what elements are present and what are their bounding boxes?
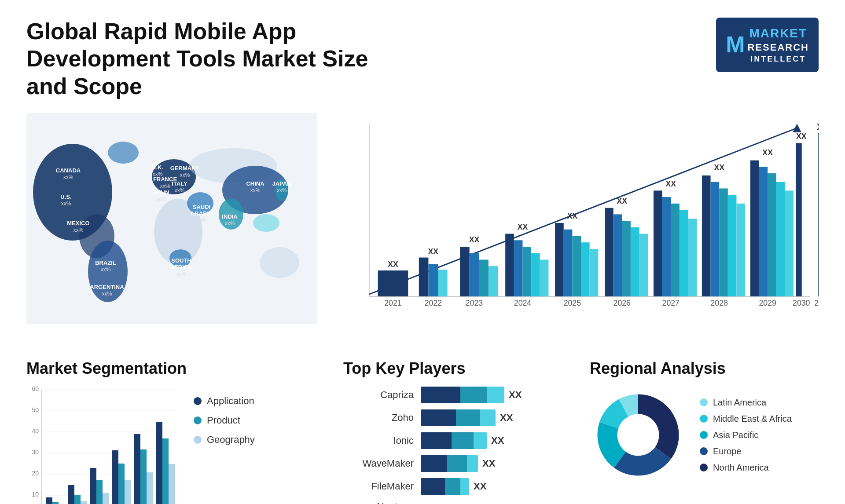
seg-chart-container: 60 50 40 30 20 10 0 xyxy=(26,387,317,504)
svg-rect-145 xyxy=(140,449,147,504)
svg-rect-60 xyxy=(470,253,479,296)
svg-text:MEXICO: MEXICO xyxy=(67,220,89,226)
svg-text:U.S.: U.S. xyxy=(60,194,71,200)
svg-text:2027: 2027 xyxy=(662,299,680,308)
geography-dot xyxy=(194,436,202,444)
northam-dot xyxy=(700,464,708,471)
page-container: Global Rapid Mobile App Development Tool… xyxy=(0,0,845,504)
svg-point-13 xyxy=(253,214,279,232)
seg-legend: Application Product Geography xyxy=(194,387,255,446)
svg-rect-93 xyxy=(702,175,711,296)
svg-rect-94 xyxy=(711,182,720,296)
svg-text:10: 10 xyxy=(32,491,39,498)
svg-rect-54 xyxy=(419,258,429,296)
svg-text:SOUTH: SOUTH xyxy=(171,257,191,264)
segmentation-section: Market Segmentation 60 50 40 30 20 10 0 xyxy=(26,359,317,504)
svg-rect-133 xyxy=(74,495,81,504)
svg-rect-128 xyxy=(46,497,52,504)
svg-text:ITALY: ITALY xyxy=(172,180,187,187)
svg-rect-89 xyxy=(680,210,688,296)
svg-rect-112 xyxy=(818,133,819,296)
svg-text:XX: XX xyxy=(428,247,438,256)
svg-rect-80 xyxy=(614,215,622,297)
svg-point-14 xyxy=(260,247,299,278)
svg-text:xx%: xx% xyxy=(175,187,185,194)
svg-text:2025: 2025 xyxy=(564,299,581,308)
svg-rect-141 xyxy=(118,464,125,504)
svg-text:2026: 2026 xyxy=(614,299,631,308)
svg-text:xx%: xx% xyxy=(197,217,207,223)
svg-text:xx%: xx% xyxy=(63,174,73,180)
svg-text:U.K.: U.K. xyxy=(152,164,163,171)
regional-legend: Latin America Middle East & Africa Asia … xyxy=(700,398,792,473)
svg-rect-150 xyxy=(169,464,175,504)
header: Global Rapid Mobile App Development Tool… xyxy=(26,18,819,100)
svg-text:xx%: xx% xyxy=(176,271,187,277)
logo-area: M MARKET RESEARCH INTELLECT xyxy=(716,18,819,72)
svg-rect-129 xyxy=(52,502,59,504)
donut-container: Latin America Middle East & Africa Asia … xyxy=(590,387,819,483)
svg-text:CHINA: CHINA xyxy=(246,180,265,187)
svg-text:2024: 2024 xyxy=(514,299,531,308)
segmentation-title: Market Segmentation xyxy=(26,359,317,378)
player-ionic: Ionic XX xyxy=(343,432,572,449)
logo-text: MARKET RESEARCH INTELLECT xyxy=(748,26,809,64)
svg-text:xx%: xx% xyxy=(225,220,235,226)
svg-rect-109 xyxy=(796,143,802,297)
svg-rect-132 xyxy=(68,485,74,504)
svg-text:40: 40 xyxy=(32,427,39,435)
svg-rect-72 xyxy=(555,223,564,296)
svg-rect-142 xyxy=(125,480,131,504)
svg-text:CANADA: CANADA xyxy=(56,167,81,174)
svg-text:2022: 2022 xyxy=(425,299,442,308)
svg-text:AFRICA: AFRICA xyxy=(170,264,192,270)
latin-dot xyxy=(700,398,708,406)
svg-rect-149 xyxy=(162,438,169,504)
svg-text:XX: XX xyxy=(469,235,480,244)
filemaker-bar xyxy=(421,478,469,495)
svg-rect-87 xyxy=(662,197,671,296)
reg-middle-east: Middle East & Africa xyxy=(700,414,792,424)
svg-rect-101 xyxy=(759,167,768,297)
page-title: Global Rapid Mobile App Development Tool… xyxy=(26,18,378,100)
svg-rect-102 xyxy=(768,173,776,296)
svg-text:xx%: xx% xyxy=(102,291,112,297)
ionic-bar xyxy=(421,432,487,449)
svg-text:ARABIA: ARABIA xyxy=(191,210,213,217)
svg-rect-100 xyxy=(750,161,759,296)
svg-text:XX: XX xyxy=(796,132,807,141)
svg-text:xx%: xx% xyxy=(160,183,170,189)
seg-legend-product: Product xyxy=(194,415,255,426)
product-dot xyxy=(194,416,202,424)
svg-rect-66 xyxy=(514,240,523,296)
reg-asia-pacific: Asia Pacific xyxy=(700,430,792,440)
player-neptune: Neptune Software XX xyxy=(343,501,572,504)
svg-rect-67 xyxy=(522,247,531,296)
player-filemaker: FileMaker XX xyxy=(343,478,572,495)
svg-rect-83 xyxy=(639,234,648,296)
svg-rect-140 xyxy=(112,450,118,504)
seg-chart-svg: 60 50 40 30 20 10 0 xyxy=(26,387,176,504)
svg-rect-137 xyxy=(96,480,103,504)
svg-text:ARGENTINA: ARGENTINA xyxy=(90,284,124,290)
svg-rect-146 xyxy=(147,472,153,504)
svg-text:xx%: xx% xyxy=(277,187,287,194)
zoho-bar xyxy=(421,409,496,426)
svg-rect-69 xyxy=(540,260,549,296)
svg-text:xx%: xx% xyxy=(250,187,261,194)
key-players-section: Top Key Players Capriza XX Z xyxy=(343,359,572,504)
svg-rect-56 xyxy=(438,270,448,296)
svg-text:20: 20 xyxy=(32,470,39,477)
player-wavemaker: WaveMaker XX xyxy=(343,455,572,472)
svg-text:30: 30 xyxy=(32,449,39,456)
svg-rect-76 xyxy=(590,249,599,296)
svg-text:JAPAN: JAPAN xyxy=(272,180,291,187)
reg-europe: Europe xyxy=(700,446,792,457)
svg-rect-68 xyxy=(531,253,540,296)
application-dot xyxy=(194,397,202,405)
svg-text:BRAZIL: BRAZIL xyxy=(95,259,116,266)
svg-text:XX: XX xyxy=(567,212,578,220)
map-section: CANADA xx% U.S. xx% MEXICO xx% BRAZIL xx… xyxy=(26,113,317,342)
svg-rect-96 xyxy=(728,195,737,296)
svg-rect-144 xyxy=(134,434,140,504)
